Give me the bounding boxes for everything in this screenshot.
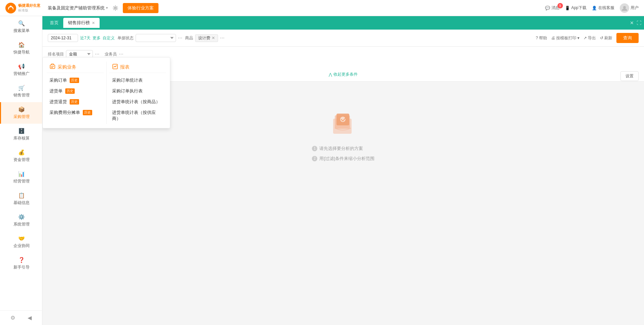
search-icon: 🔍: [18, 20, 25, 27]
menu-item-purchase-order-stat[interactable]: 采购订单统计表: [109, 75, 166, 86]
basic-info-icon: 📋: [18, 192, 25, 199]
settings-icon-btn[interactable]: [111, 3, 120, 13]
date-range-7[interactable]: 近7天: [80, 35, 91, 41]
phone-icon: 📱: [565, 6, 570, 10]
sidebar-label-search: 搜索菜单: [13, 28, 30, 34]
empty-hint-1: 1 请先选择要分析的方案 2 用[过滤]条件来缩小分析范围: [312, 144, 374, 163]
collapse-button[interactable]: ⋀ 收起更多条件: [329, 72, 358, 77]
main-area: 🔍 搜索菜单 🏠 快捷导航 📢 营销推广 🛒 销售管理 📦 采购管: [0, 16, 644, 325]
sidebar-item-marketing[interactable]: 📢 营销推广: [0, 59, 42, 81]
help-link[interactable]: ? 帮助: [536, 35, 547, 41]
date-input[interactable]: 2024-12-31: [48, 34, 78, 42]
purchase-report-title: 报表: [109, 62, 166, 73]
sidebar-item-purchase[interactable]: 📦 采购管理: [0, 102, 42, 124]
purchase-business-icon: [49, 64, 56, 71]
sidebar-item-enterprise[interactable]: 🤝 企业协同: [0, 231, 42, 253]
purchase-report-icon: [112, 64, 118, 71]
purchase-expense-label: 采购费用分摊单: [49, 110, 80, 116]
system-title-dropdown[interactable]: 装备及固定资产辅助管理系统 ▾: [48, 5, 108, 11]
collapse-arrow-icon: ⋀: [329, 72, 332, 77]
purchase-order-history-badge: 历史: [70, 78, 79, 83]
sidebar-settings-icon[interactable]: ⚙: [10, 315, 15, 321]
app-container: 畅捷通好生意 标准版 装备及固定资产辅助管理系统 ▾ 体验行业方案 💬 消息 9: [0, 0, 644, 325]
message-action[interactable]: 💬 消息 9: [545, 5, 560, 11]
sidebar-item-operations[interactable]: 📊 经营管理: [0, 167, 42, 188]
purchase-expense-history-badge: 历史: [83, 110, 92, 115]
sidebar-label-system: 系统管理: [13, 221, 30, 227]
menu-item-purchase-expense[interactable]: 采购费用分摊单 历史: [47, 107, 104, 118]
menu-item-receive-by-supplier[interactable]: 进货单统计表（按供应商）: [109, 107, 166, 124]
sidebar-item-quick-nav[interactable]: 🏠 快捷导航: [0, 38, 42, 59]
top-bar-middle: 装备及固定资产辅助管理系统 ▾ 体验行业方案: [48, 3, 545, 13]
doc-status-more[interactable]: ···: [178, 35, 182, 41]
query-button[interactable]: 查询: [616, 33, 639, 43]
product-tag-close[interactable]: ✕: [212, 36, 215, 40]
salesperson-more[interactable]: ···: [119, 51, 123, 57]
avatar: [620, 3, 629, 13]
date-more[interactable]: 更多: [93, 35, 101, 41]
menu-divider: [106, 62, 107, 124]
top-bar-right: 💬 消息 9 📱 App下载 👤 在线客服 用户: [545, 3, 639, 13]
logo-icon: [5, 3, 16, 13]
sidebar-item-inventory[interactable]: 🗄️ 库存核算: [0, 124, 42, 145]
menu-item-receive-by-product[interactable]: 进货单统计表（按商品）: [109, 96, 166, 107]
enterprise-icon: 🤝: [18, 235, 25, 242]
doc-status-select[interactable]: [136, 34, 176, 42]
export-link[interactable]: ↗ 导出: [583, 35, 596, 41]
user-action[interactable]: 用户: [620, 3, 639, 13]
print-template-link[interactable]: 🖨 按模板打印 ▾: [551, 35, 579, 41]
date-custom[interactable]: 自定义: [103, 35, 115, 41]
service-icon: 👤: [592, 6, 597, 10]
tab-expand-icon[interactable]: ⛶: [637, 20, 641, 26]
sidebar-item-finance[interactable]: 💰 资金管理: [0, 145, 42, 167]
sidebar-item-search[interactable]: 🔍 搜索菜单: [0, 16, 42, 38]
sidebar-item-basic-info[interactable]: 📋 基础信息: [0, 188, 42, 210]
tab-sales-rank[interactable]: 销售排行榜 ✕: [63, 18, 100, 28]
tab-bar: 首页 销售排行榜 ✕ ✕ ⛶: [42, 16, 644, 30]
tab-close-icon[interactable]: ✕: [92, 21, 95, 25]
logo-text: 畅捷通好生意 标准版: [18, 3, 40, 13]
sidebar-item-guide[interactable]: ❓ 新手引导: [0, 253, 42, 274]
product-filter: 商品 设计费 ✕ ···: [185, 34, 224, 42]
purchase-icon: 📦: [18, 106, 25, 113]
content-body: 2024-12-31 近7天 更多 自定义 单据状态 ···: [42, 30, 644, 325]
message-icon: 💬: [545, 6, 550, 10]
sidebar-label-inventory: 库存核算: [13, 135, 30, 141]
menu-item-purchase-return[interactable]: 进货退货 历史: [47, 96, 104, 107]
sidebar-collapse-icon[interactable]: ◀: [28, 315, 32, 321]
menu-item-purchase-order[interactable]: 采购订单 历史: [47, 75, 104, 86]
guide-icon: ❓: [18, 257, 25, 263]
empty-illustration: [328, 109, 358, 139]
tab-home[interactable]: 首页: [45, 18, 63, 28]
rank-more[interactable]: ···: [95, 51, 99, 57]
svg-point-1: [115, 7, 116, 9]
product-more[interactable]: ···: [220, 35, 224, 41]
sidebar: 🔍 搜索菜单 🏠 快捷导航 📢 营销推广 🛒 销售管理 📦 采购管: [0, 16, 42, 325]
sidebar-label-basic-info: 基础信息: [13, 200, 30, 206]
purchase-business-title: 采购业务: [47, 62, 104, 73]
sidebar-item-sales[interactable]: 🛒 销售管理: [0, 81, 42, 102]
app-download-action[interactable]: 📱 App下载: [565, 5, 586, 11]
sidebar-item-system[interactable]: ⚙️ 系统管理: [0, 210, 42, 231]
filter-settings-button[interactable]: 设置: [620, 71, 639, 81]
tab-close-all-icon[interactable]: ✕: [630, 20, 634, 26]
finance-icon: 💰: [18, 149, 25, 156]
doc-status-filter: 单据状态 ···: [117, 34, 182, 42]
industry-button[interactable]: 体验行业方案: [123, 3, 158, 13]
refresh-link[interactable]: ↺ 刷新: [600, 35, 612, 41]
print-icon: 🖨: [551, 36, 555, 40]
product-label: 商品: [185, 35, 193, 41]
menu-item-purchase-receive[interactable]: 进货单 历史: [47, 86, 104, 96]
svg-point-2: [623, 6, 626, 9]
content-area: 首页 销售排行榜 ✕ ✕ ⛶ 2024-12: [42, 16, 644, 325]
menu-item-purchase-order-exec[interactable]: 采购订单执行表: [109, 86, 166, 96]
online-service-action[interactable]: 👤 在线客服: [592, 5, 614, 11]
system-title: 装备及固定资产辅助管理系统: [48, 5, 105, 11]
purchase-business-col: 采购业务 采购订单 历史 进货单 历史 进货退货: [47, 62, 104, 124]
sidebar-label-operations: 经营管理: [13, 178, 30, 184]
salesperson-label: 业务员: [105, 51, 117, 57]
purchase-order-label: 采购订单: [49, 77, 67, 83]
receive-by-supplier-label: 进货单统计表（按供应商）: [112, 110, 164, 122]
purchase-report-col: 报表 采购订单统计表 采购订单执行表 进货单统计表（按商品）: [109, 62, 166, 124]
refresh-icon: ↺: [600, 36, 603, 40]
